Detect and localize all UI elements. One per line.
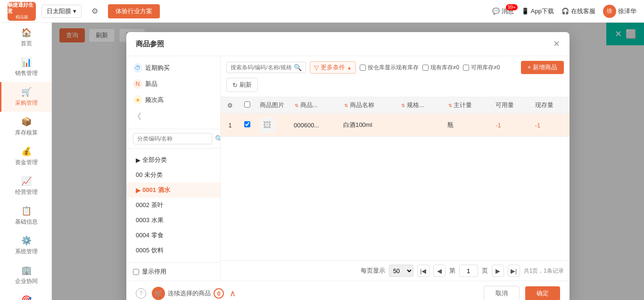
sidebar-label-operations: 经营管理 [15,188,38,196]
sidebar-item-purchase[interactable]: 🛒 采购管理 [0,82,51,112]
th-stock[interactable]: 现存量 [530,97,570,114]
checkbox-warehouse-filter[interactable]: 按仓库显示现有库存 [360,64,419,72]
th-spec[interactable]: ⇅ 规格... [396,97,443,114]
sidebar-item-inventory[interactable]: 📦 库存核算 [0,112,51,142]
available-checkbox[interactable] [463,65,469,71]
sidebar-item-home[interactable]: 🏠 首页 [0,23,51,52]
show-disabled-label[interactable]: 显示停用 [142,267,166,276]
help-icon[interactable]: ? [136,288,146,299]
sidebar-item-operations[interactable]: 📈 经营管理 [0,171,51,201]
cat-unclassified[interactable]: 00 未分类 [126,167,220,183]
more-filter-btn[interactable]: ▽ 更多条件 ▲ [310,61,356,74]
page-number-input[interactable] [459,265,478,277]
next-page-btn[interactable]: ▶ [492,265,504,277]
add-product-btn[interactable]: + 新增商品 [521,61,564,74]
cart-count: 0 [214,288,224,299]
sidebar-label-sales: 销售管理 [15,69,38,77]
cat-0004[interactable]: 0004 零食 [126,228,220,243]
modal-close-btn[interactable]: ✕ [553,39,560,49]
branch-selector[interactable]: 日太阳膜 ▾ [41,5,82,18]
sidebar-item-system[interactable]: ⚙️ 系统管理 [0,231,51,260]
basic-icon: 📋 [21,206,32,216]
cart-area[interactable]: 🛒 连续选择的商品 0 [152,287,224,300]
sidebar-item-finance[interactable]: 💰 资金管理 [0,142,51,171]
sidebar-item-basic[interactable]: 📋 基础信息 [0,201,51,231]
cart-icon: 🛒 [152,287,165,300]
select-all-checkbox[interactable] [244,101,250,108]
cat-0001-arrow: ▶ [136,187,140,194]
nav-recent-purchase[interactable]: ⏱ 近期购买 [126,60,220,76]
category-search-input[interactable] [133,133,212,144]
cat-0001[interactable]: ▶ 0001 酒水 [126,183,220,198]
messages-btn[interactable]: 💬 消息 99+ [492,7,514,16]
product-search-icon[interactable]: 🔍 [294,64,302,71]
modal-body: ⏱ 近期购买 N 新品 ★ 频次高 《 [126,56,570,281]
cat-0002[interactable]: 0002 茶叶 [126,198,220,213]
cat-0005[interactable]: 0005 饮料 [126,243,220,258]
user-profile[interactable]: 徐 徐泽华 [603,5,636,18]
service-label: 在线客服 [571,7,595,16]
table-row[interactable]: 1 🖼 000600... 白酒100ml [221,114,570,137]
cat-all[interactable]: ▶ 全部分类 [126,152,220,167]
refresh-btn[interactable]: ↻ 刷新 [226,78,258,92]
checkbox-available-filter[interactable]: 可用库存≠0 [463,64,500,72]
sidebar-item-sales[interactable]: 📊 销售管理 [0,52,51,82]
last-page-btn[interactable]: ▶| [508,265,520,277]
th-unit[interactable]: ⇅ 主计量 [443,97,491,114]
show-disabled-checkbox[interactable] [133,269,139,275]
td-check [239,114,255,137]
per-page-label: 每页显示 [361,267,385,275]
prev-page-btn[interactable]: ◀ [433,265,446,277]
warehouse-checkbox[interactable] [360,65,366,71]
cat-0003[interactable]: 0003 水果 [126,213,220,228]
modal-title: 商品参照 [136,40,164,49]
th-code[interactable]: ⇅ 商品... [289,97,339,114]
logo[interactable]: 畅捷通好生意 精品版 [8,2,36,21]
th-name[interactable]: ⇅ 商品名称 [339,97,396,114]
enterprise-icon: 🏢 [21,265,32,275]
sales-icon: 📊 [21,57,32,67]
td-available: -1 [491,114,530,137]
sidebar-item-guide[interactable]: 🎯 新手引导 [0,290,51,300]
modal-left-panel: ⏱ 近期购买 N 新品 ★ 频次高 《 [126,56,221,281]
cat-all-label: 全部分类 [142,156,167,164]
sidebar-label-home: 首页 [21,40,32,48]
sidebar-item-enterprise[interactable]: 🏢 企业协同 [0,260,51,290]
nav-new-products[interactable]: N 新品 [126,76,220,92]
cat-0001-label: 0001 酒水 [142,186,170,194]
filter-label: 更多条件 [321,63,345,72]
branch-label: 日太阳膜 [47,7,71,16]
topbar: 畅捷通好生意 精品版 日太阳膜 ▾ ⚙ 体验行业方案 💬 消息 99+ 📱 Ap… [0,0,644,23]
per-page-select[interactable]: 50 100 [389,265,413,277]
confirm-btn[interactable]: 确定 [525,286,560,300]
product-search-bar: 🔍 [226,62,306,73]
cat-unclassified-label: 00 未分类 [136,171,163,179]
category-search-icon[interactable]: 🔍 [215,135,221,142]
collapse-left-btn[interactable]: 《 [126,108,220,125]
nonzero-checkbox[interactable] [422,65,429,71]
th-settings[interactable]: ⚙ [221,97,239,114]
first-page-btn[interactable]: |◀ [417,265,429,277]
row-checkbox[interactable] [244,121,250,127]
cat-0008[interactable]: 0008 水 [126,258,220,262]
avatar: 徐 [603,5,616,18]
experience-btn[interactable]: 体验行业方案 [108,4,160,18]
nav-frequent[interactable]: ★ 频次高 [126,92,220,108]
star-nav-icon: ★ [133,95,142,105]
main-layout: 🏠 首页 📊 销售管理 🛒 采购管理 📦 库存核算 💰 资金管理 📈 经营管理 … [0,23,644,300]
checkbox-nonzero-filter[interactable]: 现有库存≠0 [422,64,459,72]
product-thumbnail: 🖼 [260,117,275,133]
cancel-btn[interactable]: 取消 [484,286,520,300]
nonzero-filter-label: 现有库存≠0 [430,64,459,72]
service-btn[interactable]: 🎧 在线客服 [561,7,595,16]
th-available[interactable]: 可用量 [491,97,530,114]
product-search-input[interactable] [231,64,292,71]
td-spec [396,114,443,137]
th-image[interactable]: 商品图片 [255,97,289,114]
collapse-cart-icon[interactable]: ∧ [230,288,236,299]
purchase-icon: 🛒 [21,87,32,97]
settings-icon[interactable]: ⚙ [87,4,102,19]
finance-icon: 💰 [21,146,32,157]
app-download-btn[interactable]: 📱 App下载 [521,7,554,16]
filter-arrow-icon: ▲ [347,65,352,70]
